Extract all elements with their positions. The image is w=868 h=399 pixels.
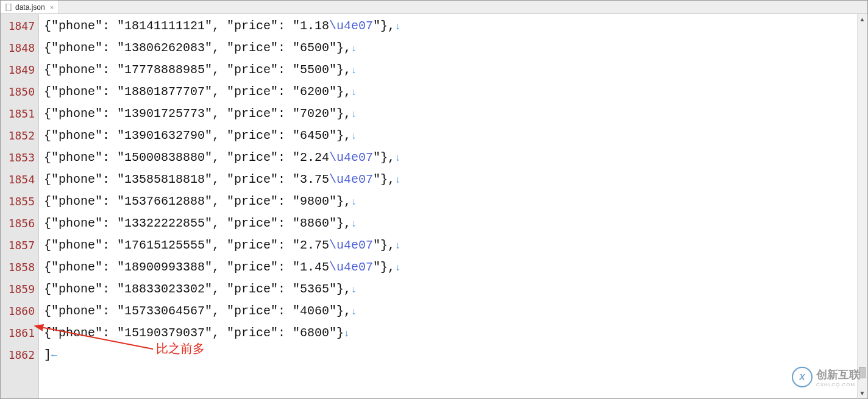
- code-line[interactable]: ]←: [44, 344, 867, 366]
- code-line[interactable]: {"phone": "13806262083", "price": "6500"…: [44, 37, 867, 59]
- code-line[interactable]: {"phone": "15376612888", "price": "9800"…: [44, 191, 867, 213]
- line-number: 1861: [1, 322, 38, 344]
- code-line[interactable]: {"phone": "18141111121", "price": "1.18\…: [44, 15, 867, 37]
- vertical-scrollbar[interactable]: ▲ ▼: [857, 14, 867, 398]
- line-number: 1858: [1, 256, 38, 278]
- code-line[interactable]: {"phone": "13901725773", "price": "7020"…: [44, 103, 867, 125]
- line-number: 1854: [1, 169, 38, 191]
- line-number: 1862: [1, 344, 38, 366]
- code-line[interactable]: {"phone": "15190379037", "price": "6800"…: [44, 322, 867, 344]
- code-line[interactable]: {"phone": "15733064567", "price": "4060"…: [44, 300, 867, 322]
- code-line[interactable]: {"phone": "13585818818", "price": "3.75\…: [44, 169, 867, 191]
- tab-bar: data.json ×: [1, 1, 867, 14]
- code-line[interactable]: {"phone": "17615125555", "price": "2.75\…: [44, 235, 867, 256]
- line-number: 1855: [1, 191, 38, 213]
- line-number: 1860: [1, 300, 38, 322]
- editor-body: 1847184818491850185118521853185418551856…: [1, 14, 867, 398]
- file-icon: [5, 4, 13, 11]
- editor-window: data.json × 1847184818491850185118521853…: [0, 0, 868, 399]
- watermark-logo-icon: X: [792, 367, 813, 387]
- scroll-down-icon[interactable]: ▼: [858, 388, 867, 398]
- code-line[interactable]: {"phone": "18833023302", "price": "5365"…: [44, 278, 867, 300]
- line-number: 1851: [1, 103, 38, 125]
- tab-data-json[interactable]: data.json ×: [1, 1, 59, 13]
- code-area[interactable]: {"phone": "18141111121", "price": "1.18\…: [39, 14, 867, 398]
- code-line[interactable]: {"phone": "13901632790", "price": "6450"…: [44, 125, 867, 147]
- line-number: 1848: [1, 37, 38, 59]
- line-number: 1857: [1, 235, 38, 256]
- code-line[interactable]: {"phone": "18900993388", "price": "1.45\…: [44, 256, 867, 278]
- code-line[interactable]: {"phone": "18801877707", "price": "6200"…: [44, 81, 867, 103]
- watermark-subtext: CXHLCQ.COM: [816, 382, 860, 387]
- line-number: 1850: [1, 81, 38, 103]
- line-number: 1849: [1, 59, 38, 81]
- line-number-gutter: 1847184818491850185118521853185418551856…: [1, 14, 39, 398]
- close-icon[interactable]: ×: [50, 4, 54, 11]
- line-number: 1853: [1, 147, 38, 169]
- watermark: X 创新互联 CXHLCQ.COM: [792, 367, 860, 387]
- line-number: 1859: [1, 278, 38, 300]
- watermark-text: 创新互联: [816, 369, 860, 381]
- scroll-up-icon[interactable]: ▲: [858, 14, 867, 24]
- line-number: 1852: [1, 125, 38, 147]
- tab-label: data.json: [15, 3, 45, 12]
- line-number: 1847: [1, 15, 38, 37]
- line-number: 1856: [1, 213, 38, 235]
- code-line[interactable]: {"phone": "17778888985", "price": "5500"…: [44, 59, 867, 81]
- code-line[interactable]: {"phone": "13322222855", "price": "8860"…: [44, 213, 867, 235]
- code-line[interactable]: {"phone": "15000838880", "price": "2.24\…: [44, 147, 867, 169]
